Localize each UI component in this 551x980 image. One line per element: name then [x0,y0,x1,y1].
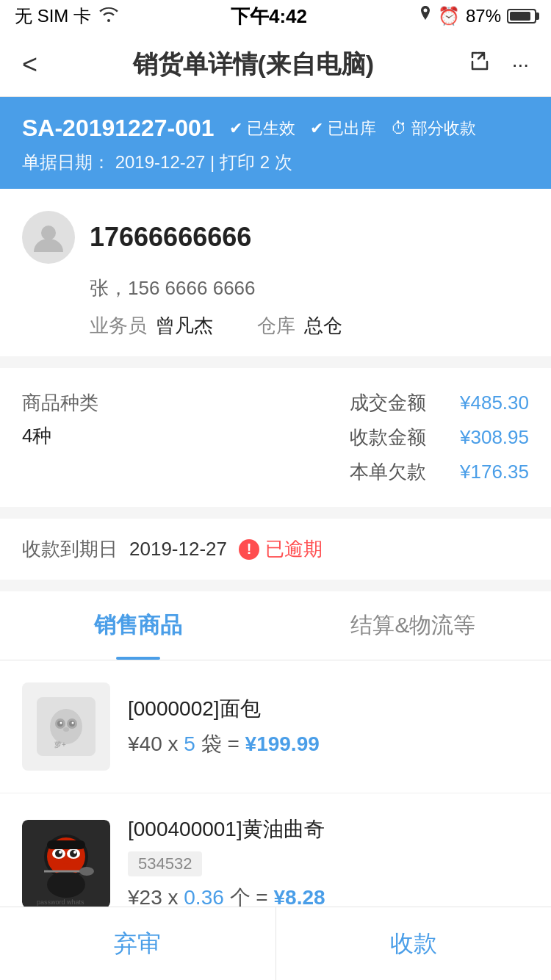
status-time: 下午4:42 [231,4,307,29]
tab-settlement[interactable]: 结算&物流等 [276,591,551,660]
overdue-text: 已逾期 [265,536,323,562]
product-sku-cookies: 534532 [128,851,202,876]
order-banner: SA-20191227-001 ✔ 已生效 ✔ 已出库 ⏱ 部分收款 单据日期：… [0,97,551,189]
product-info-bread: [0000002]面包 ¥40 x 5 袋 = ¥199.99 [128,695,529,758]
due-date-section: 收款到期日 2019-12-27 ! 已逾期 [0,519,551,580]
product-type-count: 4种 [22,423,98,449]
staff-name: 曾凡杰 [156,313,213,339]
svg-point-24 [79,867,94,876]
customer-avatar [22,211,75,264]
customer-name: 张，156 6666 6666 [22,275,529,301]
product-item: 萝+ [0000002]面包 ¥40 x 5 袋 = ¥199.99 [0,660,551,793]
customer-staff-info: 业务员 曾凡杰 仓库 总仓 [22,313,529,339]
svg-point-9 [63,727,69,732]
svg-point-8 [72,722,74,724]
svg-point-2 [50,709,82,744]
svg-point-20 [62,858,71,864]
more-button[interactable]: ··· [512,53,529,76]
customer-section: 17666666666 张，156 6666 6666 业务员 曾凡杰 仓库 总… [0,189,551,356]
svg-point-0 [41,226,56,240]
check-icon-1: ✔ [229,119,242,138]
abandon-button[interactable]: 弃审 [0,907,276,980]
receipt-amount-value: ¥308.95 [441,426,529,449]
product-info-cookies: [000400001]黄油曲奇 534532 ¥23 x 0.36 个 = ¥8… [128,815,529,912]
battery-icon [507,9,536,24]
location-icon [419,6,432,26]
nav-bar: < 销货单详情(来自电脑) ··· [0,32,551,97]
overdue-badge: ! 已逾期 [239,536,323,562]
stats-section: 商品种类 4种 成交金额 ¥485.30 收款金额 ¥308.95 本单欠款 ¥… [0,368,551,507]
collect-button[interactable]: 收款 [276,907,552,980]
order-number: SA-20191227-001 [22,115,215,142]
svg-text:password whats: password whats [37,898,84,906]
wifi-icon [98,6,119,26]
status-badge-effective: ✔ 已生效 [229,118,295,140]
customer-id: 17666666666 [90,222,251,253]
warehouse-name: 总仓 [304,313,342,339]
svg-point-18 [59,851,62,854]
tab-sales-product[interactable]: 销售商品 [0,591,276,660]
status-badge-shipped: ✔ 已出库 [310,118,376,140]
staff-label: 业务员 [90,313,147,339]
debt-amount-label: 本单欠款 [350,459,426,485]
page-title: 销货单详情(来自电脑) [133,48,375,82]
due-date-label: 收款到期日 [22,536,118,562]
nav-actions: ··· [469,51,529,77]
deal-amount-label: 成交金额 [350,390,426,416]
receipt-amount-label: 收款金额 [350,425,426,450]
order-meta: 单据日期： 2019-12-27 | 打印 2 次 [22,151,529,174]
svg-rect-21 [47,840,85,849]
product-type-label: 商品种类 [22,390,98,416]
overdue-icon: ! [239,539,259,560]
product-image-bread: 萝+ [22,682,110,771]
check-icon-2: ✔ [310,119,323,138]
due-date-value: 2019-12-27 [129,538,227,561]
product-image-cookies: password whats [22,820,110,908]
status-left: 无 SIM 卡 [15,4,119,28]
svg-point-16 [55,850,62,857]
battery-percent: 87% [466,6,501,26]
status-right: ⏰ 87% [419,6,536,26]
status-badge-partial: ⏱ 部分收款 [391,118,476,140]
bottom-bar: 弃审 收款 [0,907,551,980]
status-bar: 无 SIM 卡 下午4:42 ⏰ 87% [0,0,551,32]
deal-amount-value: ¥485.30 [441,392,529,414]
clock-icon: ⏱ [391,119,407,138]
product-price-bread: ¥40 x 5 袋 = ¥199.99 [128,730,529,758]
svg-point-22 [47,871,85,898]
alarm-icon: ⏰ [438,6,460,26]
product-tabs: 销售商品 结算&物流等 [0,591,551,660]
svg-point-17 [70,850,77,857]
svg-text:萝+: 萝+ [54,741,66,749]
product-name-cookies: [000400001]黄油曲奇 [128,815,529,843]
warehouse-label: 仓库 [257,313,295,339]
debt-amount-value: ¥176.35 [441,461,529,483]
carrier-text: 无 SIM 卡 [15,4,91,28]
svg-point-19 [73,851,76,854]
share-button[interactable] [469,51,490,77]
back-button[interactable]: < [22,49,37,80]
product-name-bread: [0000002]面包 [128,695,529,723]
svg-point-7 [60,722,62,724]
